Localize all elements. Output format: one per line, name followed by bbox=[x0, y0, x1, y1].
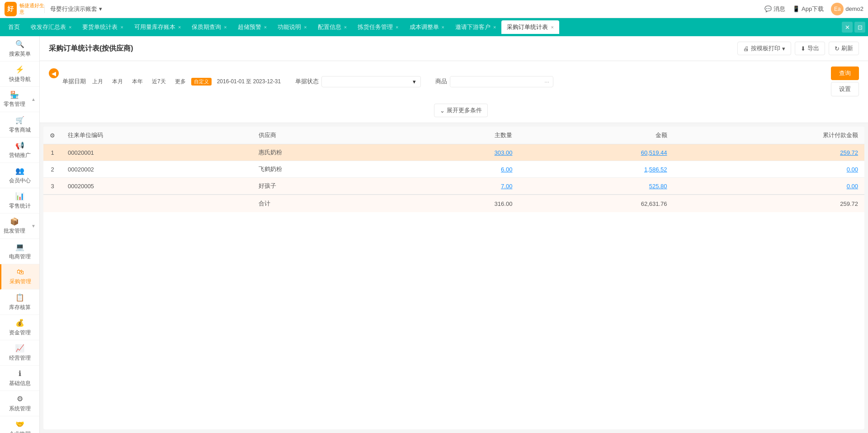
date-btn-this-year[interactable]: 本年 bbox=[128, 77, 146, 86]
table-row[interactable]: 3 00020005 好孩子 7.00 525.80 0.00 bbox=[43, 178, 864, 195]
goods-input[interactable] bbox=[450, 76, 541, 87]
cell-amount[interactable]: 525.80 bbox=[519, 178, 673, 195]
sidebar-item-enterprise[interactable]: 🤝 企业协同 bbox=[0, 416, 39, 433]
table-row[interactable]: 2 00020002 飞鹤奶粉 6.00 1,586.52 0.00 bbox=[43, 161, 864, 178]
sidebar-item-ecommerce[interactable]: 💻 电商管理 bbox=[0, 239, 39, 264]
tab-cost-adjust-label: 成本调整单 bbox=[410, 23, 439, 31]
avatar: Ea bbox=[831, 3, 844, 15]
date-btn-7days[interactable]: 近7天 bbox=[148, 77, 170, 86]
export-button[interactable]: ⬇ 导出 bbox=[795, 42, 825, 55]
close-tab-config-info[interactable]: × bbox=[344, 24, 347, 30]
filter-right-actions: 查询 设置 bbox=[831, 67, 859, 96]
footer-empty bbox=[43, 195, 252, 212]
tab-available-inventory[interactable]: 可用量库存账本 × bbox=[129, 20, 186, 34]
window-close-btn[interactable]: ✕ bbox=[842, 22, 853, 33]
tab-purchase-summary[interactable]: 采购订单统计表 × bbox=[501, 20, 559, 34]
sidebar-item-wholesale[interactable]: 📦 批发管理 ▼ bbox=[0, 214, 39, 239]
sidebar-item-marketing[interactable]: 📢 营销推广 bbox=[0, 138, 39, 163]
tab-receive-summary-label: 收发存汇总表 bbox=[31, 23, 66, 31]
cell-quantity[interactable]: 6.00 bbox=[396, 161, 519, 178]
sidebar-item-quick-nav[interactable]: ⚡ 快捷导航 bbox=[0, 62, 39, 87]
cell-paid[interactable]: 0.00 bbox=[674, 178, 865, 195]
sidebar-item-retail-mall[interactable]: 🛒 零售商城 bbox=[0, 112, 39, 138]
col-supplier-code: 往来单位编码 bbox=[61, 127, 252, 144]
print-button[interactable]: 🖨 按模板打印 ▾ bbox=[737, 42, 791, 55]
tab-home[interactable]: 首页 bbox=[3, 20, 25, 34]
tab-warranty-query[interactable]: 保质期查询 × bbox=[186, 20, 232, 34]
close-tab-purchase-summary[interactable]: × bbox=[551, 24, 553, 30]
date-btn-last-month[interactable]: 上月 bbox=[89, 77, 107, 86]
sidebar-item-retail-stats[interactable]: 📊 零售统计 bbox=[0, 188, 39, 214]
retail-expand-icon: ▲ bbox=[31, 97, 36, 102]
logo-icon: 好 bbox=[5, 2, 17, 16]
close-tab-order-summary[interactable]: × bbox=[120, 24, 123, 30]
retail-stats-icon: 📊 bbox=[15, 192, 24, 200]
cell-supplier: 惠氏奶粉 bbox=[252, 144, 396, 161]
refresh-button[interactable]: ↻ 刷新 bbox=[829, 42, 859, 55]
table-row[interactable]: 1 00020001 惠氏奶粉 303.00 60,519.44 259.72 bbox=[43, 144, 864, 161]
settings-button[interactable]: 设置 bbox=[831, 82, 859, 96]
tab-receive-summary[interactable]: 收发存汇总表 × bbox=[25, 20, 77, 34]
tab-invite-downstream[interactable]: 邀请下游客户 × bbox=[450, 20, 501, 34]
sidebar-item-operation[interactable]: 📈 经营管理 bbox=[0, 340, 39, 366]
sidebar-item-system[interactable]: ⚙ 系统管理 bbox=[0, 391, 39, 416]
message-btn[interactable]: 💬 消息 bbox=[764, 5, 785, 13]
cell-paid[interactable]: 259.72 bbox=[674, 144, 865, 161]
close-tab-cost-adjust[interactable]: × bbox=[442, 24, 444, 30]
date-btn-more[interactable]: 更多 bbox=[171, 77, 189, 86]
close-tab-invite-downstream[interactable]: × bbox=[493, 24, 496, 30]
sidebar-ecommerce-label: 电商管理 bbox=[9, 253, 31, 261]
expand-more-btn[interactable]: ⌄ 展开更多条件 bbox=[434, 104, 488, 117]
workspace-name: 母婴行业演示账套 bbox=[50, 5, 97, 13]
expand-row: ⌄ 展开更多条件 bbox=[62, 100, 859, 117]
tab-config-info[interactable]: 配置信息 × bbox=[312, 20, 352, 34]
sidebar-item-search[interactable]: 🔍 搜索英单 bbox=[0, 36, 39, 62]
tab-order-summary[interactable]: 要货单统计表 × bbox=[77, 20, 128, 34]
cell-quantity[interactable]: 7.00 bbox=[396, 178, 519, 195]
query-button[interactable]: 查询 bbox=[831, 67, 859, 80]
sidebar-item-member[interactable]: 👥 会员中心 bbox=[0, 163, 39, 188]
cell-amount[interactable]: 60,519.44 bbox=[519, 144, 673, 161]
print-chevron-icon: ▾ bbox=[782, 45, 785, 52]
cell-supplier: 好孩子 bbox=[252, 178, 396, 195]
sidebar-item-finance[interactable]: 💰 资金管理 bbox=[0, 315, 39, 340]
close-tab-function-desc[interactable]: × bbox=[304, 24, 307, 30]
ecommerce-icon: 💻 bbox=[15, 243, 24, 251]
cell-amount[interactable]: 1,586.52 bbox=[519, 161, 673, 178]
date-btn-this-month[interactable]: 本月 bbox=[108, 77, 127, 86]
date-shortcuts: 上月 本月 本年 近7天 更多 自定义 bbox=[89, 77, 212, 86]
cell-quantity[interactable]: 303.00 bbox=[396, 144, 519, 161]
collapse-filter-btn[interactable]: ◀ bbox=[49, 68, 59, 78]
goods-filter-label: 商品 bbox=[435, 77, 447, 86]
settings-col-icon[interactable]: ⚙ bbox=[50, 132, 55, 139]
app-download-btn[interactable]: 📱 App下载 bbox=[793, 5, 824, 13]
tab-function-desc[interactable]: 功能说明 × bbox=[272, 20, 312, 34]
status-select[interactable]: ▾ bbox=[321, 76, 421, 87]
close-tab-available-inventory[interactable]: × bbox=[178, 24, 181, 30]
close-tab-receive-summary[interactable]: × bbox=[69, 24, 71, 30]
enterprise-icon: 🤝 bbox=[15, 420, 24, 428]
cell-paid[interactable]: 0.00 bbox=[674, 161, 865, 178]
tab-config-info-label: 配置信息 bbox=[318, 23, 341, 31]
filter-area: ◀ 单据日期 上月 本月 本年 近7天 bbox=[40, 61, 868, 123]
sidebar-item-purchase[interactable]: 🛍 采购管理 bbox=[0, 264, 39, 290]
window-max-btn[interactable]: ⊡ bbox=[854, 22, 865, 33]
page-title: 采购订单统计表(按供应商) bbox=[49, 44, 133, 53]
status-select-chevron-icon: ▾ bbox=[413, 78, 416, 85]
sidebar-item-basic-info[interactable]: ℹ 基础信息 bbox=[0, 366, 39, 391]
sidebar-item-inventory[interactable]: 📋 库存核算 bbox=[0, 290, 39, 315]
tab-overstock-warning[interactable]: 超储预警 × bbox=[232, 20, 272, 34]
close-tab-warranty-query[interactable]: × bbox=[224, 24, 226, 30]
col-settings[interactable]: ⚙ bbox=[43, 127, 61, 144]
close-tab-overstock-warning[interactable]: × bbox=[264, 24, 267, 30]
workspace-selector[interactable]: 母婴行业演示账套 ▾ bbox=[44, 5, 108, 13]
tab-batch-task[interactable]: 拣货任务管理 × bbox=[352, 20, 404, 34]
top-bar-right: 💬 消息 📱 App下载 Ea demo2 bbox=[764, 3, 863, 15]
sidebar: 🔍 搜索英单 ⚡ 快捷导航 🏪 零售管理 ▲ 🛒 零售商城 📢 营销推广 bbox=[0, 36, 40, 433]
user-profile[interactable]: Ea demo2 bbox=[831, 3, 863, 15]
tab-cost-adjust[interactable]: 成本调整单 × bbox=[404, 20, 450, 34]
sidebar-item-retail[interactable]: 🏪 零售管理 ▲ bbox=[0, 87, 39, 112]
close-tab-batch-task[interactable]: × bbox=[396, 24, 398, 30]
goods-more-icon[interactable]: ··· bbox=[541, 78, 553, 85]
wholesale-expand-icon: ▼ bbox=[31, 224, 36, 228]
